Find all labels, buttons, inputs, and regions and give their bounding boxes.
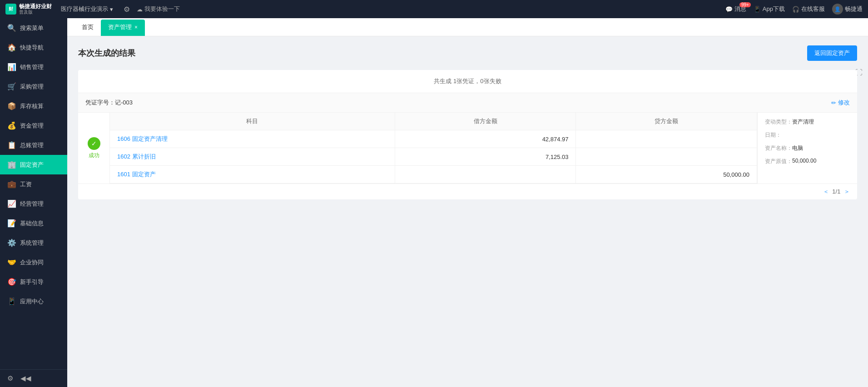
sidebar-item-quicknav[interactable]: 🏠 快捷导航 — [0, 38, 67, 57]
prev-icon[interactable]: ＜ — [823, 188, 829, 195]
sidebar-item-fixed-assets[interactable]: 🏢 固定资产 — [0, 155, 67, 174]
credit-3: 50,000.00 — [576, 166, 757, 184]
sidebar-item-purchase[interactable]: 🛒 采购管理 — [0, 77, 67, 96]
cooperation-icon: 🤝 — [7, 258, 16, 267]
asset-value-value: 50,000.00 — [792, 158, 816, 165]
sidebar-item-management[interactable]: 📈 经营管理 — [0, 194, 67, 213]
ledger-icon: 📋 — [7, 141, 16, 149]
col-header-debit: 借方金额 — [395, 113, 576, 130]
sidebar-item-system[interactable]: ⚙️ 系统管理 — [0, 233, 67, 253]
collapse-icon[interactable]: ◀◀ — [20, 374, 31, 382]
home-icon: 🏠 — [7, 43, 16, 52]
sidebar-item-inventory[interactable]: 📦 库存核算 — [0, 96, 67, 116]
sidebar-item-ledger[interactable]: 📋 总账管理 — [0, 135, 67, 155]
sidebar-item-label: 新手引导 — [20, 278, 44, 286]
tab-home[interactable]: 首页 — [74, 20, 101, 36]
return-button[interactable]: 返回固定资产 — [807, 45, 857, 61]
tab-close-icon[interactable]: × — [134, 24, 138, 30]
status-column: ✓ 成功 — [78, 113, 110, 184]
info-icon: 📝 — [7, 219, 16, 228]
page-info: 1/1 — [832, 188, 842, 195]
sidebar-item-search[interactable]: 🔍 搜索菜单 — [0, 18, 67, 38]
debit-1: 42,874.97 — [395, 130, 576, 148]
next-icon[interactable]: ＞ — [844, 188, 850, 195]
inventory-icon: 📦 — [7, 102, 16, 110]
payroll-icon: 💼 — [7, 180, 16, 189]
chart-icon: 📈 — [7, 199, 16, 208]
customer-service-button[interactable]: 🎧 在线客服 — [792, 5, 825, 13]
sidebar-item-label: 库存核算 — [20, 102, 44, 110]
user-avatar[interactable]: 👤 畅捷通 — [832, 4, 863, 15]
customer-service-label: 在线客服 — [801, 5, 825, 13]
sidebar-item-guide[interactable]: 🎯 新手引导 — [0, 272, 67, 292]
sidebar-item-label: 经营管理 — [20, 200, 44, 208]
main-layout: 🔍 搜索菜单 🏠 快捷导航 📊 销售管理 🛒 采购管理 📦 库存核算 💰 资金管… — [0, 18, 868, 387]
sidebar-item-payroll[interactable]: 💼 工资 — [0, 174, 67, 194]
asset-name-row: 资产名称： 电脑 — [765, 144, 850, 152]
tab-home-label: 首页 — [82, 23, 94, 31]
topbar-right: 💬 消息 99+ 📱 App下载 🎧 在线客服 👤 畅捷通 — [725, 4, 863, 15]
summary-bar: 共生成 1张凭证，0张失败 — [78, 70, 857, 93]
experience-button[interactable]: ☁ 我要体验一下 — [137, 5, 180, 13]
sidebar-item-label: 企业协同 — [20, 258, 44, 267]
credit-1 — [576, 130, 757, 148]
settings-bottom-icon[interactable]: ⚙ — [7, 374, 13, 382]
building-icon: 🏢 — [7, 160, 16, 169]
app-name: 畅捷通好业财 — [19, 3, 52, 10]
sidebar-item-label: 资金管理 — [20, 122, 44, 130]
app-download-label: App下载 — [763, 5, 785, 13]
guide-icon: 🎯 — [7, 278, 16, 286]
page-header: 本次生成的结果 返回固定资产 — [78, 45, 857, 61]
sidebar-item-sales[interactable]: 📊 销售管理 — [0, 57, 67, 77]
page-title: 本次生成的结果 — [78, 48, 135, 59]
table-row: 1602 累计折旧 7,125.03 — [110, 148, 757, 166]
page-content: ✕ ⛶ 本次生成的结果 返回固定资产 共生成 1张凭证，0张失败 凭证字号：记-… — [67, 36, 868, 387]
username: 畅捷通 — [845, 5, 863, 13]
sidebar-bottom: ⚙ ◀◀ — [0, 369, 67, 387]
change-type-label: 变动类型： — [765, 118, 792, 126]
asset-value-row: 资产原值： 50,000.00 — [765, 158, 850, 165]
company-selector[interactable]: 医疗器械行业演示 ▾ — [61, 5, 113, 13]
edit-button[interactable]: ✏ 修改 — [831, 99, 850, 107]
tab-asset-label: 资产管理 — [108, 23, 132, 31]
experience-label: 我要体验一下 — [144, 5, 180, 13]
sidebar-item-label: 应用中心 — [20, 298, 44, 306]
company-name: 医疗器械行业演示 — [61, 5, 108, 13]
voucher-table: 科目 借方金额 贷方金额 1606 固定资产清理 42,874.97 — [110, 113, 757, 184]
logo-icon: 财 — [5, 4, 16, 15]
date-label: 日期： — [765, 131, 792, 139]
status-label: 成功 — [89, 152, 99, 159]
tab-asset-management[interactable]: 资产管理 × — [101, 20, 145, 36]
subject-2: 1602 累计折旧 — [110, 148, 395, 166]
edit-label: 修改 — [838, 99, 850, 107]
date-row: 日期： — [765, 131, 850, 139]
purchase-icon: 🛒 — [7, 82, 16, 91]
voucher-table-main: 科目 借方金额 贷方金额 1606 固定资产清理 42,874.97 — [110, 113, 757, 184]
sidebar-item-cooperation[interactable]: 🤝 企业协同 — [0, 253, 67, 272]
search-icon: 🔍 — [7, 24, 16, 32]
topbar: 财 畅捷通好业财 普及版 医疗器械行业演示 ▾ ⚙ ☁ 我要体验一下 💬 消息 … — [0, 0, 868, 18]
pagination: ＜ 1/1 ＞ — [78, 184, 857, 199]
sidebar-item-app-center[interactable]: 📱 应用中心 — [0, 292, 67, 311]
voucher-header: 凭证字号：记-003 ✏ 修改 — [78, 93, 857, 113]
system-icon: ⚙️ — [7, 238, 16, 247]
tab-bar: 首页 资产管理 × — [67, 18, 868, 36]
message-icon: 💬 — [725, 6, 733, 13]
asset-name-value: 电脑 — [792, 144, 803, 152]
sidebar-item-basic-info[interactable]: 📝 基础信息 — [0, 213, 67, 233]
message-badge: 99+ — [739, 2, 751, 7]
sidebar-item-finance[interactable]: 💰 资金管理 — [0, 116, 67, 135]
sidebar-item-label: 系统管理 — [20, 239, 44, 247]
sidebar-item-label: 工资 — [20, 180, 32, 189]
change-type-value: 资产清理 — [792, 118, 814, 126]
subject-1: 1606 固定资产清理 — [110, 130, 395, 148]
app-download-button[interactable]: 📱 App下载 — [754, 5, 785, 13]
settings-icon[interactable]: ⚙ — [120, 3, 133, 15]
sidebar-item-label: 快捷导航 — [20, 44, 44, 52]
app-logo: 财 畅捷通好业财 普及版 — [5, 3, 52, 15]
asset-value-label: 资产原值： — [765, 158, 792, 165]
message-button[interactable]: 💬 消息 99+ — [725, 5, 746, 13]
checkmark-icon: ✓ — [91, 140, 97, 147]
col-header-subject: 科目 — [110, 113, 395, 130]
sidebar-item-label: 基础信息 — [20, 219, 44, 228]
